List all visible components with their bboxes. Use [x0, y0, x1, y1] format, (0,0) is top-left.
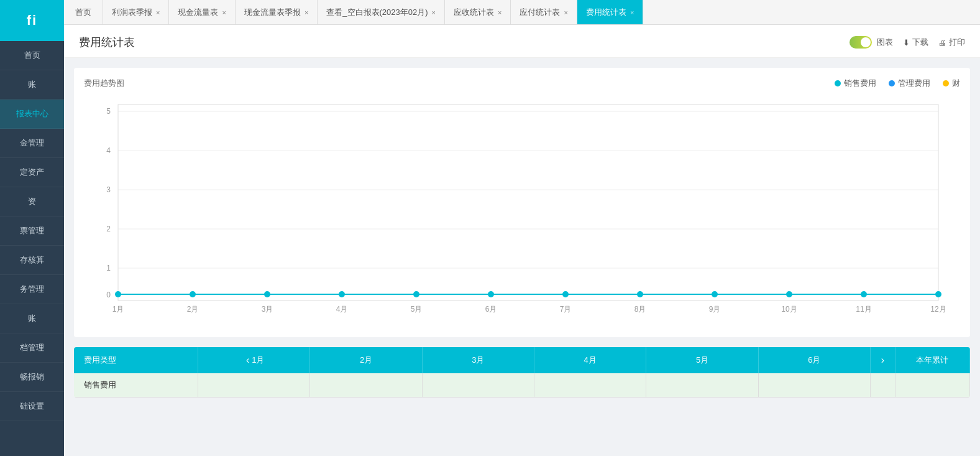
sidebar-item-account[interactable]: 账 — [0, 70, 64, 100]
sidebar-item-ledger[interactable]: 账 — [0, 304, 64, 333]
sidebar-logo: fi — [0, 0, 64, 41]
svg-point-21 — [712, 291, 718, 297]
sidebar: fi 首页 账 报表中心 金管理 定资产 资 票管理 存核算 务管理 账 档管理… — [0, 0, 64, 456]
print-icon: 🖨 — [938, 38, 946, 47]
th-nav-prev[interactable]: ‹ 1月 — [198, 347, 310, 373]
th-month-3: 3月 — [423, 347, 534, 373]
svg-point-13 — [115, 291, 121, 297]
chart-title: 费用趋势图 — [84, 78, 124, 89]
chart-section: 费用趋势图 销售费用 管理费用 财 — [74, 68, 970, 337]
tab-close-expense-stats[interactable]: × — [630, 9, 634, 16]
legend-label-finance: 财 — [952, 78, 960, 89]
svg-text:7月: 7月 — [560, 305, 572, 314]
print-button[interactable]: 🖨 打印 — [938, 37, 965, 48]
td-year-total-val — [895, 373, 970, 397]
tab-cashflow-quarter[interactable]: 现金流量表季报 × — [236, 0, 318, 24]
trend-chart: 5 4 3 2 1 0 — [84, 95, 960, 325]
tab-close-profit-quarter[interactable]: × — [156, 9, 160, 16]
tab-blank-report[interactable]: 查看_空白报表(2023年02月) × — [318, 0, 445, 24]
download-button[interactable]: ⬇ 下载 — [903, 37, 928, 48]
svg-text:8月: 8月 — [634, 305, 646, 314]
td-month-3-val — [423, 373, 534, 397]
sidebar-item-fixed-assets[interactable]: 定资产 — [0, 158, 64, 187]
sidebar-item-basic-settings[interactable]: 础设置 — [0, 392, 64, 421]
sidebar-item-expense-reimb[interactable]: 畅报销 — [0, 363, 64, 392]
table-row: 销售费用 — [74, 373, 970, 398]
svg-point-17 — [413, 291, 419, 297]
main-area: 首页 利润表季报 × 现金流量表 × 现金流量表季报 × 查看_空白报表(202… — [64, 0, 980, 456]
tab-close-blank-report[interactable]: × — [432, 9, 436, 16]
next-month-arrow[interactable]: › — [881, 355, 884, 366]
td-month-4-val — [534, 373, 646, 397]
tab-close-cashflow[interactable]: × — [222, 9, 226, 16]
legend-dot-admin — [889, 80, 895, 86]
svg-point-16 — [339, 291, 345, 297]
td-month-1-val — [198, 373, 310, 397]
table-header: 费用类型 ‹ 1月 2月 3月 4月 5月 6月 › 本年累计 — [74, 347, 970, 373]
svg-point-24 — [935, 291, 941, 297]
chart-toggle-wrap: 图表 — [849, 36, 893, 49]
td-expense-type: 销售费用 — [74, 373, 198, 397]
td-month-6-val — [759, 373, 871, 397]
td-nav-spacer — [871, 373, 895, 397]
chart-toggle[interactable] — [849, 36, 872, 49]
th-year-total: 本年累计 — [895, 347, 970, 373]
legend-label-admin: 管理费用 — [898, 78, 930, 89]
td-month-2-val — [310, 373, 422, 397]
svg-text:0: 0 — [106, 291, 111, 299]
th-month-4: 4月 — [534, 347, 646, 373]
header-actions: 图表 ⬇ 下载 🖨 打印 — [849, 36, 965, 49]
th-expense-type: 费用类型 — [74, 347, 198, 373]
th-month-2: 2月 — [310, 347, 422, 373]
svg-text:5: 5 — [106, 107, 111, 116]
svg-rect-12 — [118, 105, 938, 300]
svg-text:1: 1 — [106, 264, 111, 272]
svg-text:3月: 3月 — [262, 305, 273, 314]
page-title: 费用统计表 — [79, 35, 135, 50]
download-icon: ⬇ — [903, 38, 910, 47]
sidebar-item-cash-mgmt[interactable]: 金管理 — [0, 129, 64, 158]
tab-close-receivable[interactable]: × — [498, 9, 501, 16]
svg-text:2月: 2月 — [187, 305, 199, 314]
tab-close-payable[interactable]: × — [564, 9, 567, 16]
svg-text:4: 4 — [106, 146, 111, 155]
prev-month-arrow[interactable]: ‹ — [246, 355, 249, 366]
sidebar-item-inventory[interactable]: 存核算 — [0, 246, 64, 275]
sidebar-item-resources[interactable]: 资 — [0, 187, 64, 216]
legend-dot-sales — [835, 80, 841, 86]
legend-label-sales: 销售费用 — [844, 78, 876, 89]
tab-receivable[interactable]: 应收统计表 × — [445, 0, 511, 24]
tab-bar: 首页 利润表季报 × 现金流量表 × 现金流量表季报 × 查看_空白报表(202… — [64, 0, 980, 25]
svg-text:6月: 6月 — [485, 305, 497, 314]
svg-text:2: 2 — [106, 225, 111, 233]
svg-point-19 — [562, 291, 569, 297]
legend-admin-expense: 管理费用 — [889, 78, 930, 89]
svg-point-14 — [190, 291, 196, 297]
th-nav-next[interactable]: › — [871, 347, 895, 373]
svg-text:10月: 10月 — [781, 305, 797, 314]
sidebar-item-service-mgmt[interactable]: 务管理 — [0, 275, 64, 304]
legend-finance-expense: 财 — [943, 78, 960, 89]
sidebar-item-archive-mgmt[interactable]: 档管理 — [0, 333, 64, 363]
svg-text:9月: 9月 — [709, 305, 721, 314]
svg-point-15 — [264, 291, 270, 297]
sidebar-item-home[interactable]: 首页 — [0, 41, 64, 70]
td-month-5-val — [646, 373, 758, 397]
sidebar-item-invoice-mgmt[interactable]: 票管理 — [0, 216, 64, 246]
sidebar-item-report-center[interactable]: 报表中心 — [0, 100, 64, 129]
expense-table: 费用类型 ‹ 1月 2月 3月 4月 5月 6月 › 本年累计 销售费用 — [74, 347, 970, 398]
svg-point-22 — [786, 291, 792, 297]
svg-point-18 — [488, 291, 494, 297]
svg-text:1月: 1月 — [112, 305, 124, 314]
svg-text:4月: 4月 — [336, 305, 348, 314]
svg-point-23 — [861, 291, 867, 297]
legend-sales-expense: 销售费用 — [835, 78, 876, 89]
tab-payable[interactable]: 应付统计表 × — [511, 0, 577, 24]
tab-close-cashflow-quarter[interactable]: × — [305, 9, 308, 16]
svg-text:12月: 12月 — [930, 305, 946, 314]
svg-text:5月: 5月 — [411, 305, 423, 314]
tab-expense-stats[interactable]: 费用统计表 × — [577, 0, 643, 24]
tab-home[interactable]: 首页 — [64, 0, 103, 24]
tab-profit-quarter[interactable]: 利润表季报 × — [103, 0, 169, 24]
tab-cashflow[interactable]: 现金流量表 × — [169, 0, 235, 24]
